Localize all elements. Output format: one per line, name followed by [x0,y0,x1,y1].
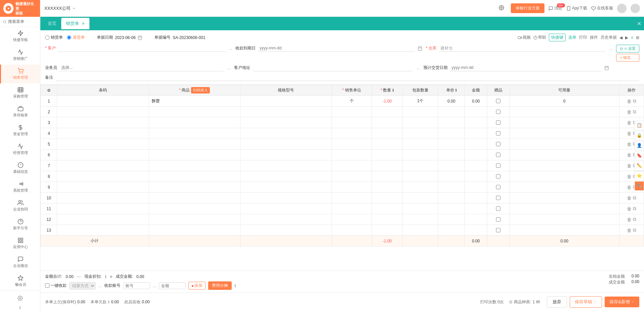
sidebar-search[interactable]: 搜索菜单 [0,17,40,27]
row-spec[interactable] [240,150,332,160]
spec-input[interactable] [243,120,329,125]
spec-input[interactable] [243,131,329,136]
row-qty[interactable] [372,225,403,236]
row-product[interactable] [149,150,240,160]
row-gift[interactable] [487,193,509,203]
sidebar-item-purchase[interactable]: 采购管理 [0,83,40,102]
one-click-checkbox[interactable] [45,283,49,288]
row-barcode[interactable] [57,107,149,117]
row-product[interactable] [149,225,240,236]
amount-input[interactable] [159,282,186,289]
row-qty[interactable] [372,117,403,128]
delete-icon[interactable]: 🗑 [627,152,632,158]
row-product[interactable] [149,139,240,150]
row-price[interactable] [438,214,465,225]
right-tool-1[interactable]: 📋 [635,121,644,130]
layout-icon-1[interactable]: ≡ [631,35,633,40]
row-product[interactable] [149,117,240,128]
nav-next-icon[interactable]: ▶ [625,35,628,40]
gift-checkbox[interactable] [496,217,500,222]
delete-icon[interactable]: 🗑 [627,228,632,233]
address-dots[interactable]: ... [417,66,420,70]
row-barcode[interactable] [57,96,149,107]
online-service-btn[interactable]: 在线客服 [591,5,613,11]
spec-input[interactable] [243,206,329,211]
sidebar-item-apps[interactable]: 应用中心 [0,234,40,253]
row-qty[interactable] [372,139,403,150]
product-input[interactable] [152,163,237,168]
delete-icon[interactable]: 🗑 [627,217,632,222]
gift-checkbox[interactable] [496,153,500,157]
row-price[interactable] [438,117,465,128]
salesperson-dots[interactable]: ... [227,66,231,70]
row-spec[interactable] [240,225,332,236]
account-input[interactable] [123,282,150,289]
sidebar-item-inventory[interactable]: 库存核算 [0,102,40,121]
account-dots[interactable]: ... [153,283,156,288]
row-product[interactable] [149,171,240,182]
save-draft-btn[interactable]: 保存草稿 [570,296,602,308]
row-price[interactable] [438,182,465,193]
product-input[interactable] [152,131,237,136]
row-barcode[interactable] [57,160,149,171]
customer-dots[interactable]: ... [229,46,232,51]
sidebar-item-basics[interactable]: 基础信息 [0,159,40,178]
row-spec[interactable] [240,117,332,128]
row-qty[interactable] [372,182,403,193]
row-qty[interactable]: -1.00 [372,96,403,107]
row-gift[interactable] [487,225,509,236]
right-tool-6[interactable]: ⭐ [635,171,644,181]
delete-icon[interactable]: 🗑 [627,142,632,147]
gift-checkbox[interactable] [496,142,500,146]
note-input[interactable] [56,74,639,81]
row-spec[interactable] [240,96,332,107]
copy-icon[interactable]: ⧉ [633,206,636,211]
tab-home[interactable]: 首页 [43,18,61,29]
warehouse-dots[interactable]: ... [609,46,613,51]
settings-btn[interactable]: ⊙ ⊙ 设置 [616,45,639,52]
due-date-input[interactable] [258,45,415,52]
product-input[interactable] [152,206,237,211]
spec-input[interactable] [243,228,329,233]
gift-checkbox[interactable] [496,174,500,179]
address-input[interactable] [253,64,412,71]
message-btn[interactable]: 消息 99+ [548,5,562,11]
barcode-input[interactable] [60,196,146,200]
right-tool-7[interactable]: 🔧 [635,181,644,191]
action-help[interactable]: 帮助 [533,35,546,40]
action-operate[interactable]: 操作 [590,35,598,40]
product-input[interactable] [152,217,237,222]
gift-checkbox[interactable] [496,206,500,211]
radio-sales-input[interactable] [45,35,49,40]
app-download-btn[interactable]: App下载 [566,5,587,11]
row-product[interactable] [149,160,240,171]
copy-icon[interactable]: ⧉ [633,227,636,233]
row-product[interactable] [149,193,240,203]
sidebar-item-operations[interactable]: 经营管理 [0,140,40,159]
copy-icon[interactable]: ⧉ [633,109,636,115]
row-qty[interactable] [372,193,403,203]
row-barcode[interactable] [57,139,149,150]
action-history[interactable]: 历史单据 [601,35,617,40]
company-selector[interactable]: XXXXXX公司 [44,5,499,11]
row-gift[interactable] [487,139,509,150]
delivery-input[interactable] [450,64,602,71]
delete-icon[interactable]: 🗑 [627,185,632,190]
row-product[interactable] [149,203,240,214]
row-gift[interactable] [487,203,509,214]
row-gift[interactable] [487,117,509,128]
row-qty[interactable] [372,203,403,214]
product-input[interactable] [152,120,237,125]
barcode-input[interactable] [60,174,146,179]
delete-icon[interactable]: 🗑 [627,206,632,211]
row-spec[interactable] [240,182,332,193]
due-date-calendar-icon[interactable] [418,46,422,51]
product-input[interactable] [152,228,237,233]
product-input[interactable] [152,142,237,147]
row-product[interactable] [149,107,240,117]
sidebar-item-guide[interactable]: 新手引导 [0,215,40,234]
copy-icon[interactable]: ⧉ [633,98,636,104]
calendar-icon[interactable] [138,35,142,40]
spec-input[interactable] [243,163,329,168]
tab-close-icon[interactable]: ✕ [82,22,85,26]
